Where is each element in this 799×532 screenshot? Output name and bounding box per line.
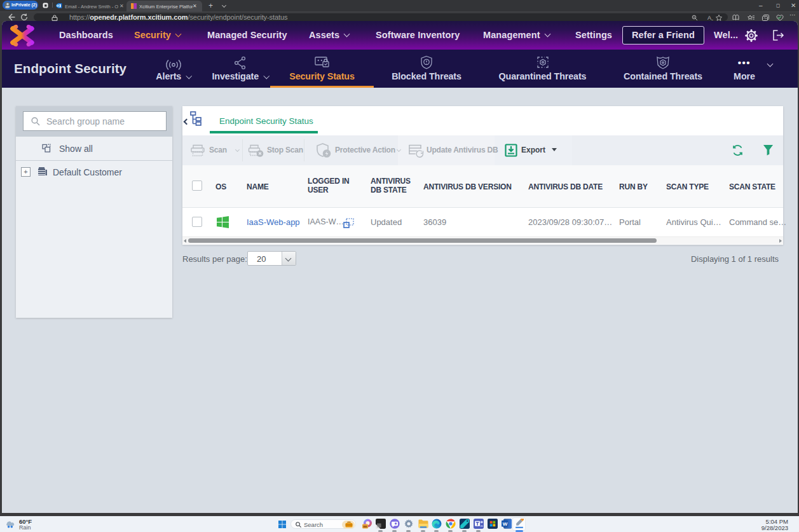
svg-text:W: W [503,521,508,527]
